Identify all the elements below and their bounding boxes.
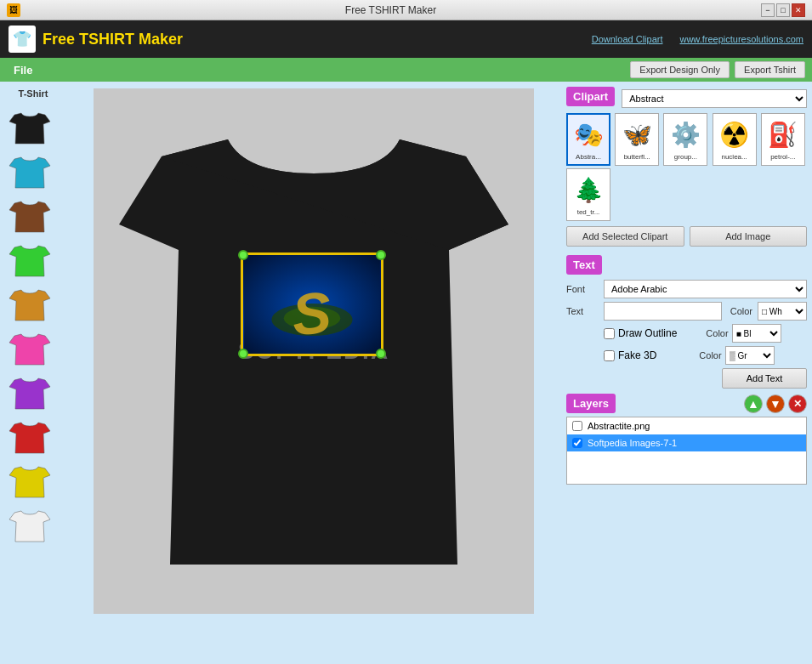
clipart-item-1[interactable]: 🦋 butterfl...: [615, 113, 659, 166]
text-color-select[interactable]: □ Wh ■ Bl ■ Re: [758, 302, 807, 321]
layers-section: Layers ▲ ▼ ✕ Abstractite.png Softpedia I…: [566, 394, 807, 485]
clipart-icon-0: 🎭: [572, 119, 605, 151]
add-selected-clipart-button[interactable]: Add Selected Clipart: [566, 226, 684, 247]
layer-up-button[interactable]: ▲: [744, 394, 763, 413]
tshirt-color-yellow[interactable]: [5, 459, 54, 503]
app-logo: 👕 Free TSHIRT Maker: [9, 26, 183, 53]
tshirt-color-brown[interactable]: [5, 194, 54, 238]
clipart-item-3[interactable]: ☢️ nuclea...: [713, 113, 757, 166]
fake3d-label: Fake 3D: [618, 349, 656, 361]
layer-checkbox-0[interactable]: [572, 421, 582, 431]
layer-checkbox-1[interactable]: [572, 438, 582, 448]
app-title-maker: Maker: [134, 31, 183, 48]
outline-color-label: Color: [706, 328, 728, 338]
clipart-label-0: Abstra...: [576, 153, 601, 161]
clipart-label-3: nuclea...: [721, 153, 747, 161]
layer-label-0: Abstractite.png: [588, 421, 650, 431]
export-tshirt-button[interactable]: Export Tshirt: [735, 61, 805, 78]
clipart-item-0[interactable]: 🎭 Abstra...: [566, 113, 610, 166]
clipart-header: Clipart: [566, 87, 615, 106]
app-title-free: Free: [43, 31, 79, 48]
clipart-icon-2: ⚙️: [669, 119, 701, 151]
layer-row-0[interactable]: Abstractite.png: [567, 417, 806, 434]
layer-row-1[interactable]: Softpedia Images-7-1: [567, 434, 806, 451]
clipart-header-row: Clipart Abstract Animals Flowers Sports …: [566, 87, 807, 110]
right-panel: Clipart Abstract Animals Flowers Sports …: [561, 82, 812, 664]
title-bar-icon: 🖼: [7, 3, 20, 17]
app-title-tshirt: TSHIRT: [79, 31, 134, 48]
file-menu[interactable]: File: [7, 60, 39, 80]
clipart-item-5[interactable]: 🌲 ted_tr...: [566, 168, 610, 221]
clipart-buttons: Add Selected Clipart Add Image: [566, 226, 807, 247]
window-controls[interactable]: − □ ✕: [761, 3, 805, 17]
svg-text:S: S: [289, 279, 333, 348]
maximize-button[interactable]: □: [776, 3, 790, 17]
tshirt-sidebar-label: T-Shirt: [5, 88, 61, 99]
fake3d-checkbox[interactable]: [604, 350, 615, 361]
window-title: Free TSHIRT Maker: [20, 4, 761, 16]
clipart-icon-1: 🦋: [621, 119, 653, 151]
export-design-button[interactable]: Export Design Only: [630, 61, 730, 78]
clipart-label-5: ted_tr...: [577, 208, 600, 216]
layers-controls: ▲ ▼ ✕: [744, 394, 807, 413]
tshirt-color-black[interactable]: [5, 105, 54, 150]
add-text-btn-row: Add Text: [566, 368, 807, 389]
fake3d-row: Fake 3D Color ▒ Gr ■ Bl □ Wh: [566, 346, 807, 365]
clipart-label-4: petrol-...: [770, 153, 795, 161]
canvas-area: SOFTPEDIA: [66, 82, 561, 664]
clipart-label-2: group...: [674, 153, 697, 161]
font-label: Font: [566, 284, 599, 294]
clipart-section: Clipart Abstract Animals Flowers Sports …: [566, 87, 807, 250]
clipart-icon-3: ☢️: [718, 119, 751, 151]
design-overlay[interactable]: S: [241, 253, 383, 356]
text-input-field[interactable]: [604, 302, 722, 321]
text-color-label: Color: [730, 306, 752, 316]
logo-icon: 👕: [9, 26, 36, 53]
main-layout: T-Shirt: [0, 82, 812, 664]
layer-down-button[interactable]: ▼: [766, 394, 785, 413]
tshirt-color-purple[interactable]: [5, 371, 54, 415]
logo-tshirt-icon: 👕: [13, 30, 31, 48]
clipart-label-1: butterfl...: [624, 153, 650, 161]
minimize-button[interactable]: −: [761, 3, 775, 17]
menubar-buttons: Export Design Only Export Tshirt: [630, 61, 805, 78]
menubar: File Export Design Only Export Tshirt: [0, 58, 812, 82]
canvas-container[interactable]: SOFTPEDIA: [94, 88, 534, 614]
clipart-icon-5: 🌲: [572, 174, 605, 207]
design-image: S: [243, 255, 381, 354]
close-button[interactable]: ✕: [792, 3, 805, 17]
fake3d-color-select[interactable]: ▒ Gr ■ Bl □ Wh: [725, 346, 775, 365]
download-clipart-link[interactable]: Download Clipart: [592, 34, 663, 44]
add-text-button[interactable]: Add Text: [722, 368, 807, 389]
text-section: Text Font Adobe Arabic Arial Times New R…: [566, 255, 807, 389]
tshirt-color-pink[interactable]: [5, 326, 54, 371]
layers-header-row: Layers ▲ ▼ ✕: [566, 394, 807, 413]
fake3d-color-label: Color: [699, 350, 721, 360]
corner-handle-br[interactable]: [376, 349, 386, 359]
app-header: 👕 Free TSHIRT Maker Download Clipart www…: [0, 20, 812, 58]
add-image-button[interactable]: Add Image: [690, 226, 808, 247]
layers-header: Layers: [566, 394, 616, 413]
title-bar: 🖼 Free TSHIRT Maker − □ ✕: [0, 0, 812, 20]
outline-color-select[interactable]: ■ Bl □ Wh: [732, 324, 781, 343]
tshirt-color-cyan[interactable]: [5, 150, 54, 194]
text-header: Text: [566, 255, 602, 275]
corner-handle-tr[interactable]: [376, 250, 386, 260]
clipart-icon-4: ⛽: [767, 119, 799, 151]
tshirt-color-white[interactable]: [5, 503, 54, 548]
font-select[interactable]: Adobe Arabic Arial Times New Roman: [604, 280, 807, 298]
clipart-item-2[interactable]: ⚙️ group...: [663, 113, 707, 166]
clipart-item-4[interactable]: ⛽ petrol-...: [761, 113, 805, 166]
clipart-category-dropdown[interactable]: Abstract Animals Flowers Sports Symbols: [622, 89, 807, 108]
tshirt-color-red[interactable]: [5, 415, 54, 459]
header-links: Download Clipart www.freepicturesolution…: [592, 34, 803, 44]
website-link[interactable]: www.freepicturesolutions.com: [679, 34, 803, 44]
corner-handle-bl[interactable]: [238, 349, 248, 359]
tshirt-sidebar: T-Shirt: [0, 82, 66, 664]
layer-delete-button[interactable]: ✕: [788, 394, 807, 413]
draw-outline-row: Draw Outline Color ■ Bl □ Wh: [566, 324, 807, 343]
corner-handle-tl[interactable]: [238, 250, 248, 260]
tshirt-color-green[interactable]: [5, 238, 54, 282]
draw-outline-checkbox[interactable]: [604, 328, 615, 339]
tshirt-color-orange[interactable]: [5, 282, 54, 326]
